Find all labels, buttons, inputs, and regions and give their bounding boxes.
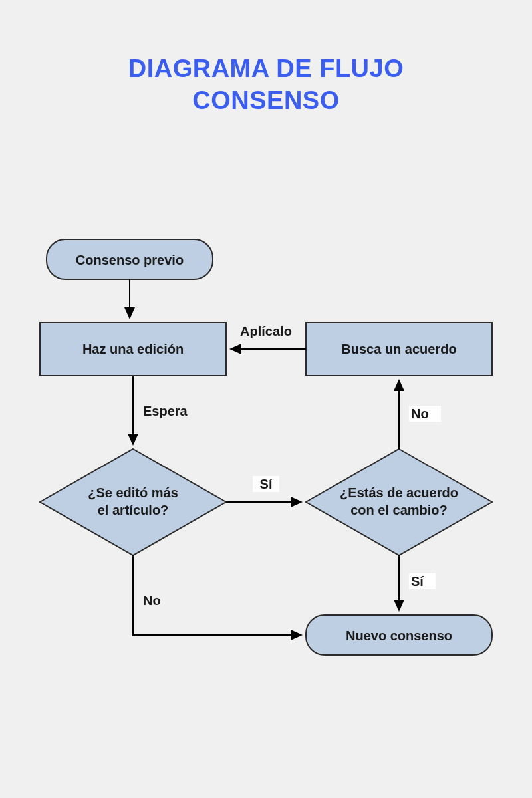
edge-edited-yes: Sí xyxy=(226,476,301,502)
edge-edited-no-label: No xyxy=(143,593,161,608)
node-edit-label: Haz una edición xyxy=(82,342,184,356)
edge-agree-no-label: No xyxy=(411,406,429,421)
node-seek-label: Busca un acuerdo xyxy=(341,342,456,356)
node-agree-decision: ¿Estás de acuerdo con el cambio? xyxy=(306,449,492,555)
edge-agree-yes: Sí xyxy=(399,555,436,610)
node-start-label: Consenso previo xyxy=(76,253,184,267)
node-seek: Busca un acuerdo xyxy=(306,323,492,376)
node-start: Consenso previo xyxy=(47,239,213,279)
node-agree-l2: con el cambio? xyxy=(350,503,448,517)
node-edited-decision: ¿Se editó más el artículo? xyxy=(40,449,226,555)
edge-edited-yes-label: Sí xyxy=(260,477,273,491)
node-edit: Haz una edición xyxy=(40,323,226,376)
edge-edited-no: No xyxy=(133,555,301,635)
edge-agree-yes-label: Sí xyxy=(411,574,424,589)
flowchart-canvas: Consenso previo Haz una edición Busca un… xyxy=(0,0,532,798)
node-edited-l1: ¿Se editó más xyxy=(88,485,178,500)
svg-marker-7 xyxy=(306,449,492,555)
edge-wait-label: Espera xyxy=(143,404,188,418)
node-end: Nuevo consenso xyxy=(306,615,492,655)
node-edited-l2: el artículo? xyxy=(98,503,169,517)
node-end-label: Nuevo consenso xyxy=(346,628,452,643)
svg-marker-6 xyxy=(40,449,226,555)
node-agree-l1: ¿Estás de acuerdo xyxy=(340,485,458,500)
edge-apply-label: Aplícalo xyxy=(240,324,292,338)
edge-agree-no: No xyxy=(399,380,441,449)
edge-seek-to-edit: Aplícalo xyxy=(231,324,306,349)
edge-edit-to-edited: Espera xyxy=(133,376,188,444)
